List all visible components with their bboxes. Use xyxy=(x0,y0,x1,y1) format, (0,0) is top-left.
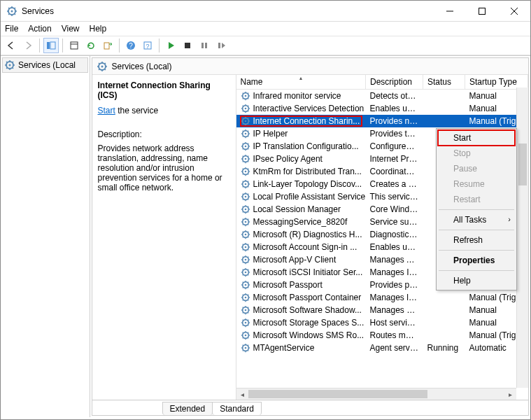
gear-icon xyxy=(241,255,250,265)
gear-icon xyxy=(241,305,250,315)
gear-icon xyxy=(241,154,250,164)
service-name: Microsoft (R) Diagnostics H... xyxy=(253,230,362,239)
tree-pane: Services (Local xyxy=(1,56,90,417)
ctx-all-tasks[interactable]: All Tasks xyxy=(438,212,515,227)
service-desc: Enables use... xyxy=(366,241,423,253)
service-name: IP Helper xyxy=(253,129,288,139)
gear-icon xyxy=(241,318,250,328)
service-name: Local Profile Assistant Service xyxy=(253,192,366,202)
tab-standard[interactable]: Standard xyxy=(212,402,262,415)
service-desc: Manages so... xyxy=(366,304,423,316)
gear-icon xyxy=(241,330,250,340)
service-name: Microsoft Storage Spaces S... xyxy=(253,318,364,328)
gear-icon xyxy=(241,280,250,290)
table-row[interactable]: Microsoft Passport ContainerManages lo..… xyxy=(236,291,528,304)
vertical-scrollbar[interactable] xyxy=(516,88,528,388)
minimize-button[interactable] xyxy=(434,1,466,22)
restart-service-button[interactable] xyxy=(213,38,229,53)
service-status xyxy=(423,329,465,342)
horizontal-scrollbar[interactable]: ◂▸ xyxy=(236,388,517,400)
menu-help[interactable]: Help xyxy=(90,24,107,34)
back-button[interactable] xyxy=(3,38,19,53)
gear-icon xyxy=(241,179,250,189)
table-row[interactable]: Infrared monitor serviceDetects oth...Ma… xyxy=(236,90,528,102)
close-button[interactable] xyxy=(498,1,530,22)
svg-rect-18 xyxy=(104,43,109,49)
service-desc: Provides pr... xyxy=(366,279,423,291)
show-hide-tree-button[interactable] xyxy=(43,38,59,53)
service-desc: Enables use... xyxy=(366,102,423,115)
export-button[interactable] xyxy=(100,38,115,53)
svg-text:?: ? xyxy=(129,42,133,50)
ctx-start[interactable]: Start xyxy=(438,130,515,146)
svg-rect-26 xyxy=(218,43,220,48)
help2-button[interactable]: ? xyxy=(140,38,155,53)
table-row[interactable]: Microsoft Software Shadow...Manages so..… xyxy=(236,304,528,316)
svg-rect-24 xyxy=(201,43,204,48)
service-desc: Detects oth... xyxy=(366,90,423,102)
ctx-refresh[interactable]: Refresh xyxy=(438,232,515,248)
ctx-restart: Restart xyxy=(438,192,515,207)
service-name: Local Session Manager xyxy=(253,204,341,214)
service-status xyxy=(423,291,465,304)
gear-icon xyxy=(241,343,250,353)
properties-button[interactable] xyxy=(66,38,82,53)
start-service-link[interactable]: Start xyxy=(98,106,115,115)
tab-extended[interactable]: Extended xyxy=(162,402,213,415)
service-desc: Provides tu... xyxy=(366,127,423,140)
service-status: Running xyxy=(423,342,465,354)
col-name[interactable]: Name▴ xyxy=(236,75,366,90)
gear-icon xyxy=(241,141,250,151)
selected-service-name: Internet Connection Sharing (ICS) xyxy=(98,80,230,100)
menu-bar: File Action View Help xyxy=(1,22,530,36)
table-row[interactable]: Microsoft Windows SMS Ro...Routes mes...… xyxy=(236,329,528,342)
tree-root-services[interactable]: Services (Local xyxy=(2,57,88,73)
maximize-button[interactable] xyxy=(466,1,498,22)
start-suffix: the service xyxy=(115,106,158,115)
svg-rect-14 xyxy=(47,42,50,49)
service-desc: Manages A... xyxy=(366,253,423,266)
service-desc: Service sup... xyxy=(366,216,423,228)
table-row[interactable]: Internet Connection Sharin...Provides ne… xyxy=(236,115,528,127)
service-name: MessagingService_8820f xyxy=(253,217,348,227)
service-desc: Manages lo... xyxy=(366,291,423,304)
service-name: Microsoft Software Shadow... xyxy=(253,305,362,315)
menu-file[interactable]: File xyxy=(5,24,18,34)
gear-icon xyxy=(241,104,250,113)
service-desc: Routes mes... xyxy=(366,329,423,342)
service-desc: Internet Pro... xyxy=(366,153,423,165)
service-desc: Provides ne... xyxy=(366,115,423,127)
window-title: Services xyxy=(22,6,434,16)
menu-view[interactable]: View xyxy=(62,24,80,34)
service-name: IP Translation Configuratio... xyxy=(253,141,359,151)
ctx-properties[interactable]: Properties xyxy=(438,253,515,268)
content-header: Services (Local) xyxy=(92,58,529,75)
service-name: Interactive Services Detection xyxy=(253,104,364,113)
stop-service-button[interactable] xyxy=(180,38,195,53)
gear-icon xyxy=(241,267,250,277)
service-desc: This service ... xyxy=(366,190,423,203)
pause-service-button[interactable] xyxy=(197,38,212,53)
service-desc: Coordinates... xyxy=(366,165,423,178)
service-status xyxy=(423,316,465,329)
description-text: Provides network address translation, ad… xyxy=(98,144,230,192)
col-status[interactable]: Status xyxy=(423,75,465,90)
start-service-button[interactable] xyxy=(163,38,178,53)
table-row[interactable]: Interactive Services DetectionEnables us… xyxy=(236,102,528,115)
gear-icon xyxy=(4,59,15,71)
ctx-help[interactable]: Help xyxy=(438,273,515,288)
description-label: Description: xyxy=(98,130,230,139)
refresh-button[interactable] xyxy=(83,38,99,53)
menu-action[interactable]: Action xyxy=(28,24,51,34)
gear-icon xyxy=(241,91,250,101)
service-name: IPsec Policy Agent xyxy=(253,154,323,164)
title-bar: Services xyxy=(1,1,530,22)
svg-rect-23 xyxy=(185,43,190,48)
content-header-label: Services (Local) xyxy=(112,62,172,71)
forward-button[interactable] xyxy=(20,38,36,53)
table-row[interactable]: MTAgentServiceAgent serviceRunningAutoma… xyxy=(236,342,528,354)
service-desc: Core Windo... xyxy=(366,203,423,216)
table-row[interactable]: Microsoft Storage Spaces S...Host servic… xyxy=(236,316,528,329)
help-button[interactable]: ? xyxy=(123,38,139,53)
col-description[interactable]: Description xyxy=(366,75,423,90)
